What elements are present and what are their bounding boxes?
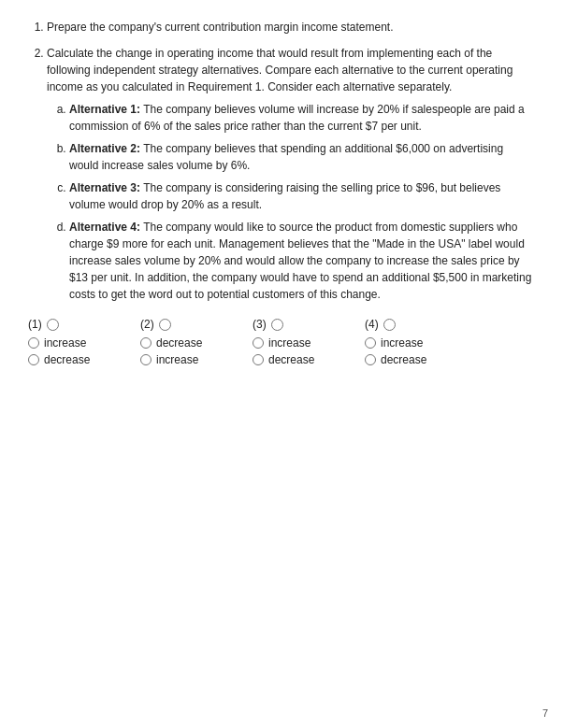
radio-groups-container: (1) increase decrease (2) decrease incre… <box>28 318 535 370</box>
group-3-option-2: decrease <box>253 353 365 366</box>
list-item-1: Prepare the company's current contributi… <box>47 19 535 36</box>
alternative-d-label: Alternative 4: <box>69 221 140 234</box>
alternative-a: Alternative 1: The company believes volu… <box>69 101 535 135</box>
radio-group-1: (1) increase decrease <box>28 318 140 370</box>
alternative-d: Alternative 4: The company would like to… <box>69 219 535 303</box>
group-4-radio-decrease[interactable] <box>365 354 376 365</box>
group-4-header: (4) <box>365 318 477 331</box>
group-2-label-increase: increase <box>156 353 198 366</box>
group-1-header: (1) <box>28 318 140 331</box>
group-3-header: (3) <box>253 318 365 331</box>
group-1-option-2: decrease <box>28 353 140 366</box>
alternative-c: Alternative 3: The company is considerin… <box>69 179 535 213</box>
radio-group-2: (2) decrease increase <box>140 318 253 370</box>
page-number: 7 <box>542 707 548 719</box>
main-list: Prepare the company's current contributi… <box>28 19 535 303</box>
group-4-label-decrease: decrease <box>381 353 426 366</box>
list-item-2-text: Calculate the change in operating income… <box>47 47 512 93</box>
group-2-header: (2) <box>140 318 253 331</box>
radio-group-3: (3) increase decrease <box>253 318 365 370</box>
group-4-num: (4) <box>365 318 379 331</box>
group-2-label-decrease: decrease <box>156 336 202 350</box>
alternative-a-label: Alternative 1: <box>69 103 140 116</box>
group-3-label-increase: increase <box>268 336 310 350</box>
group-4-label-increase: increase <box>381 336 423 350</box>
group-1-num: (1) <box>28 318 42 331</box>
group-4-option-1: increase <box>365 336 477 350</box>
group-4-radio-increase[interactable] <box>365 337 376 349</box>
group-3-option-1: increase <box>253 336 365 350</box>
group-3-radio-header[interactable] <box>271 319 283 331</box>
group-1-label-decrease: decrease <box>44 353 90 366</box>
group-3-num: (3) <box>253 318 267 331</box>
group-2-radio-decrease[interactable] <box>140 337 152 349</box>
group-1-radio-increase[interactable] <box>28 337 39 349</box>
radio-group-4: (4) increase decrease <box>365 318 477 370</box>
group-1-radio-header[interactable] <box>47 319 59 331</box>
list-item-1-text: Prepare the company's current contributi… <box>47 21 393 34</box>
group-2-radio-increase[interactable] <box>140 354 152 365</box>
list-item-2: Calculate the change in operating income… <box>47 45 535 303</box>
alternatives-list: Alternative 1: The company believes volu… <box>47 101 535 303</box>
group-4-option-2: decrease <box>365 353 477 366</box>
group-3-radio-increase[interactable] <box>253 337 264 349</box>
group-1-option-1: increase <box>28 336 140 350</box>
alternative-b-label: Alternative 2: <box>69 142 140 155</box>
group-2-option-1: decrease <box>140 336 253 350</box>
group-3-label-decrease: decrease <box>268 353 314 366</box>
group-4-radio-header[interactable] <box>383 319 396 331</box>
group-3-radio-decrease[interactable] <box>253 354 264 365</box>
alternative-c-label: Alternative 3: <box>69 181 140 194</box>
group-2-option-2: increase <box>140 353 253 366</box>
group-1-radio-decrease[interactable] <box>28 354 39 365</box>
group-2-num: (2) <box>140 318 154 331</box>
group-1-label-increase: increase <box>44 336 86 350</box>
group-2-radio-header[interactable] <box>159 319 171 331</box>
alternative-b: Alternative 2: The company believes that… <box>69 140 535 174</box>
